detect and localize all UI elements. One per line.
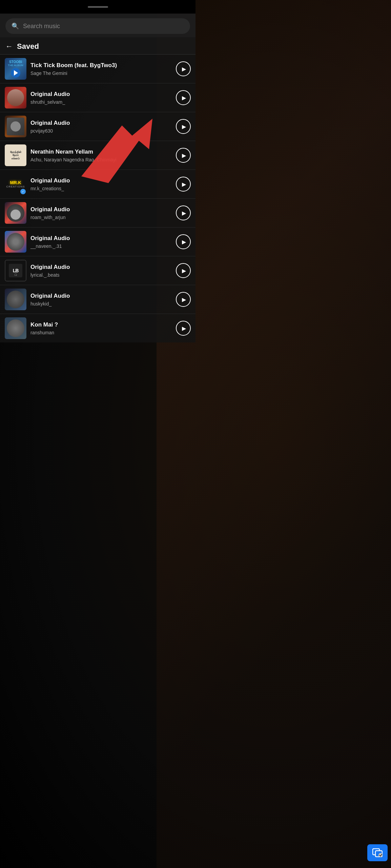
play-icon: ▶ [182, 210, 186, 216]
music-info: Original Audio __naveen._.31 [30, 235, 172, 249]
track-title: Original Audio [30, 235, 172, 242]
verified-badge: ✓ [20, 189, 26, 194]
search-placeholder: Search music [23, 23, 60, 30]
music-info: Tick Tick Boom (feat. BygTwo3) Sage The … [30, 62, 172, 76]
play-icon: ▶ [182, 95, 186, 101]
track-artist: Sage The Gemini [30, 71, 172, 76]
thumbnail [5, 87, 26, 108]
list-item: Original Audio roam_with_arjun ▶ [0, 199, 196, 228]
track-artist: shruthi_selvam_ [30, 99, 172, 105]
search-icon: 🔍 [12, 22, 19, 30]
music-info: Original Audio roam_with_arjun [30, 206, 172, 220]
music-info: Original Audio lyrical._.beats [30, 263, 172, 278]
track-title: Original Audio [30, 177, 172, 184]
music-info: Original Audio shruthi_selvam_ [30, 91, 172, 105]
track-title: Original Audio [30, 263, 172, 271]
play-button[interactable]: ▶ [176, 61, 191, 76]
track-artist: lyrical._.beats [30, 272, 172, 278]
list-item: Original Audio shruthi_selvam_ ▶ [0, 83, 196, 112]
track-title: Original Audio [30, 119, 172, 127]
track-title: Original Audio [30, 91, 172, 98]
play-icon: ▶ [182, 239, 186, 245]
thumbnail [5, 116, 26, 137]
track-title: Original Audio [30, 206, 172, 213]
list-item: Original Audio pcvijay630 ▶ [0, 112, 196, 141]
play-icon: ▶ [182, 268, 186, 274]
track-artist: __naveen._.31 [30, 243, 172, 249]
thumbnail [5, 317, 26, 339]
search-bar-container: 🔍 Search music [0, 14, 196, 37]
track-artist: ranshuman [30, 330, 172, 335]
music-info: Original Audio pcvijay630 [30, 119, 172, 134]
play-button[interactable]: ▶ [176, 292, 191, 307]
status-bar [0, 0, 196, 14]
music-info: Original Audio mr.k_creations_ [30, 177, 172, 191]
play-button[interactable]: ▶ [176, 205, 191, 220]
track-artist: Achu, Narayan Nagendra Rao, Chinmayi [30, 157, 172, 162]
thumbnail: MR.K CREATIONS ✓ [5, 173, 26, 195]
play-button[interactable]: ▶ [176, 148, 191, 163]
track-title: Tick Tick Boom (feat. BygTwo3) [30, 62, 172, 69]
play-button[interactable]: ▶ [176, 119, 191, 134]
thumb-label: MR.K [10, 180, 21, 185]
play-button[interactable]: ▶ [176, 234, 191, 249]
play-icon: ▶ [182, 325, 186, 332]
play-button[interactable]: ▶ [176, 321, 191, 336]
list-item: நேரத்தின்நேரம்எல்லாம் Nerathin Neram Yel… [0, 141, 196, 170]
play-icon: ▶ [182, 66, 186, 72]
search-bar[interactable]: 🔍 Search music [5, 18, 190, 34]
track-artist: roam_with_arjun [30, 215, 172, 220]
page-title: Saved [17, 42, 39, 51]
thumbnail [5, 202, 26, 224]
music-info: Original Audio huskykid_ [30, 292, 172, 307]
music-info: Nerathin Neram Yellam Achu, Narayan Nage… [30, 148, 172, 162]
thumbnail: STOOBI THE ALBUM [5, 58, 26, 80]
track-title: Kon Mai ? [30, 321, 172, 329]
list-item: STOOBI THE ALBUM Tick Tick Boom (feat. B… [0, 55, 196, 83]
play-button[interactable]: ▶ [176, 263, 191, 278]
music-list: STOOBI THE ALBUM Tick Tick Boom (feat. B… [0, 55, 196, 342]
drag-handle [88, 6, 108, 8]
list-item: Kon Mai ? ranshuman ▶ [0, 314, 196, 342]
play-icon: ▶ [182, 181, 186, 188]
back-button[interactable]: ← [5, 42, 13, 51]
thumbnail [5, 231, 26, 253]
thumbnail: LB 🎧 [5, 260, 26, 281]
track-artist: pcvijay630 [30, 128, 172, 134]
thumbnail [5, 289, 26, 310]
track-artist: mr.k_creations_ [30, 186, 172, 191]
track-title: Nerathin Neram Yellam [30, 148, 172, 156]
music-info: Kon Mai ? ranshuman [30, 321, 172, 335]
header-row: ← Saved [0, 37, 196, 55]
track-title: Original Audio [30, 292, 172, 300]
list-item: LB 🎧 Original Audio lyrical._.beats ▶ [0, 256, 196, 285]
play-button[interactable]: ▶ [176, 177, 191, 192]
list-item: MR.K CREATIONS ✓ Original Audio mr.k_cre… [0, 170, 196, 199]
play-icon: ▶ [182, 152, 186, 159]
track-artist: huskykid_ [30, 301, 172, 307]
thumbnail: நேரத்தின்நேரம்எல்லாம் [5, 144, 26, 166]
play-icon: ▶ [182, 296, 186, 303]
play-icon: ▶ [182, 123, 186, 130]
list-item: Original Audio huskykid_ ▶ [0, 285, 196, 314]
list-item: Original Audio __naveen._.31 ▶ [0, 228, 196, 256]
play-button[interactable]: ▶ [176, 90, 191, 105]
lyrical-beats-icon: LB 🎧 [9, 264, 22, 277]
